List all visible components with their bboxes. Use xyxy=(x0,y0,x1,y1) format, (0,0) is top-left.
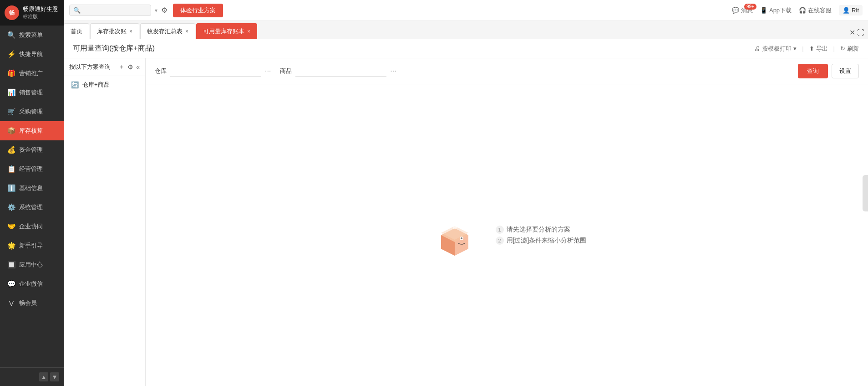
goods-dots[interactable]: ··· xyxy=(390,67,396,75)
sidebar-item-inventory[interactable]: 📦 库存核算 xyxy=(0,121,64,140)
query-button[interactable]: 查询 xyxy=(798,64,828,78)
tab-collect-summary[interactable]: 收发存汇总表 × xyxy=(140,23,195,39)
add-scheme-button[interactable]: ＋ xyxy=(118,63,125,71)
topbar-chevron-icon[interactable]: ▾ xyxy=(155,7,157,14)
export-icon: ⬆ xyxy=(809,45,814,52)
scheme-label: 按以下方案查询 xyxy=(69,63,111,71)
scheme-item-warehouse-goods[interactable]: 🔄 仓库+商品 xyxy=(64,76,145,93)
warehouse-dots[interactable]: ··· xyxy=(265,67,271,75)
tab-batch-account-close[interactable]: × xyxy=(129,28,132,35)
tab-batch-account-label: 库存批次账 xyxy=(97,27,127,36)
left-panel: 按以下方案查询 ＋ ⚙ « 🔄 仓库+商品 xyxy=(64,58,146,386)
tab-collect-summary-close[interactable]: × xyxy=(185,28,188,35)
tab-batch-account[interactable]: 库存批次账 × xyxy=(90,23,139,39)
finance-icon: 💰 xyxy=(7,146,15,154)
sidebar-item-quick-nav[interactable]: ⚡ 快捷导航 xyxy=(0,45,64,64)
app-center-icon: 🔲 xyxy=(7,261,15,269)
scheme-item-icon: 🔄 xyxy=(71,81,79,88)
sidebar-item-finance[interactable]: 💰 资金管理 xyxy=(0,140,64,160)
hint-text-2: 用[过滤]条件来缩小分析范围 xyxy=(507,237,587,245)
tabs-bar: 首页 库存批次账 × 收发存汇总表 × 可用量库存账本 × ✕ ⛶ xyxy=(64,21,868,39)
sidebar-item-app-center[interactable]: 🔲 应用中心 xyxy=(0,255,64,274)
inventory-icon: 📦 xyxy=(7,127,15,135)
onboarding-icon: 🌟 xyxy=(7,242,15,250)
divider-1: | xyxy=(802,45,803,52)
right-panel: 仓库 ··· 商品 ··· 查询 设置 xyxy=(146,58,868,386)
sidebar-scroll-down[interactable]: ▼ xyxy=(50,372,59,381)
divider-2: | xyxy=(833,45,835,52)
marketing-icon: 🎁 xyxy=(7,69,15,77)
filter-bar: 仓库 ··· 商品 ··· 查询 设置 xyxy=(146,58,868,84)
wechat-icon: 💬 xyxy=(7,280,15,288)
sidebar-item-wechat[interactable]: 💬 企业微信 xyxy=(0,274,64,293)
message-icon: 💬 xyxy=(732,7,739,14)
main: 🔍 ▾ ⚙ 体验行业方案 💬 消息 99+ 📱 App下载 🎧 在线客服 👤 R xyxy=(64,0,868,386)
hint-text-1: 请先选择要分析的方案 xyxy=(507,226,570,234)
sidebar-item-search[interactable]: 🔍 搜索菜单 xyxy=(0,26,64,45)
empty-illustration xyxy=(427,208,482,262)
refresh-button[interactable]: ↻ 刷新 xyxy=(840,45,859,53)
tabs-actions: ✕ ⛶ xyxy=(849,28,868,39)
print-icon: 🖨 xyxy=(754,45,760,52)
settings-scheme-button[interactable]: ⚙ xyxy=(127,63,133,71)
sidebar-item-enterprise[interactable]: 🤝 企业协同 xyxy=(0,217,64,236)
sidebar-item-system[interactable]: ⚙️ 系统管理 xyxy=(0,198,64,217)
print-template-button[interactable]: 🖨 按模板打印 ▾ xyxy=(754,45,797,53)
page-header: 可用量查询(按仓库+商品) 🖨 按模板打印 ▾ | ⬆ 导出 | ↻ 刷新 xyxy=(64,39,868,58)
collapse-panel-button[interactable]: « xyxy=(136,63,140,71)
operations-icon: 📋 xyxy=(7,165,15,173)
topbar-right: 💬 消息 99+ 📱 App下载 🎧 在线客服 👤 Rit xyxy=(732,5,863,15)
settings-button[interactable]: 设置 xyxy=(832,64,859,78)
topbar-user-btn[interactable]: 👤 Rit xyxy=(839,5,863,15)
app-label: App下载 xyxy=(769,6,792,15)
sidebar-scroll: 🔍 搜索菜单 ⚡ 快捷导航 🎁 营销推广 📊 销售管理 🛒 采购管理 📦 库存核… xyxy=(0,26,64,367)
goods-label: 商品 xyxy=(280,67,292,75)
sidebar-title: 畅康通好生意 xyxy=(23,5,58,13)
topbar-gear-icon[interactable]: ⚙ xyxy=(161,6,168,15)
hint-num-2: 2 xyxy=(496,237,504,245)
service-label: 在线客服 xyxy=(808,6,832,15)
tab-expand-action[interactable]: ⛶ xyxy=(857,29,864,37)
sidebar-item-basic-info[interactable]: ℹ️ 基础信息 xyxy=(0,179,64,198)
topbar-message-btn[interactable]: 💬 消息 99+ xyxy=(732,6,753,15)
sidebar-item-onboarding[interactable]: 🌟 新手引导 xyxy=(0,236,64,255)
sidebar: 畅 畅康通好生意 标准版 🔍 搜索菜单 ⚡ 快捷导航 🎁 营销推广 📊 销售管理… xyxy=(0,0,64,386)
sidebar-item-member[interactable]: V 畅会员 xyxy=(0,293,64,313)
content-area: 按以下方案查询 ＋ ⚙ « 🔄 仓库+商品 仓库 ··· xyxy=(64,58,868,386)
sidebar-subtitle: 标准版 xyxy=(23,13,58,20)
tab-available-ledger[interactable]: 可用量库存账本 × xyxy=(196,23,257,39)
tab-available-ledger-close[interactable]: × xyxy=(247,28,250,35)
search-icon: 🔍 xyxy=(7,31,15,39)
page-title: 可用量查询(按仓库+商品) xyxy=(73,44,155,53)
sidebar-item-purchase[interactable]: 🛒 采购管理 xyxy=(0,102,64,121)
system-icon: ⚙️ xyxy=(7,203,15,211)
quick-nav-icon: ⚡ xyxy=(7,50,15,58)
tab-collect-summary-label: 收发存汇总表 xyxy=(147,27,183,36)
goods-input[interactable] xyxy=(295,66,386,77)
hint-num-1: 1 xyxy=(496,226,504,234)
topbar-search-icon: 🔍 xyxy=(73,7,81,14)
refresh-icon: ↻ xyxy=(840,45,845,52)
user-icon: 👤 xyxy=(843,7,850,14)
trial-industry-button[interactable]: 体验行业方案 xyxy=(173,4,223,17)
sidebar-item-sales[interactable]: 📊 销售管理 xyxy=(0,83,64,102)
sidebar-item-operations[interactable]: 📋 经营管理 xyxy=(0,160,64,179)
left-panel-actions: ＋ ⚙ « xyxy=(118,63,140,71)
export-button[interactable]: ⬆ 导出 xyxy=(809,45,828,53)
page-actions: 🖨 按模板打印 ▾ | ⬆ 导出 | ↻ 刷新 xyxy=(754,45,859,53)
topbar-customer-service-btn[interactable]: 🎧 在线客服 xyxy=(799,6,832,15)
sidebar-item-marketing[interactable]: 🎁 营销推广 xyxy=(0,64,64,83)
sidebar-scroll-up[interactable]: ▲ xyxy=(39,372,48,381)
tab-available-ledger-label: 可用量库存账本 xyxy=(203,27,244,36)
purchase-icon: 🛒 xyxy=(7,108,15,116)
scheme-item-label: 仓库+商品 xyxy=(82,81,110,89)
topbar-search-container: 🔍 xyxy=(69,5,151,16)
tab-home[interactable]: 首页 xyxy=(64,23,89,39)
basic-info-icon: ℹ️ xyxy=(7,184,15,192)
right-scroll-handle[interactable] xyxy=(863,175,868,211)
topbar-search-input[interactable] xyxy=(82,7,137,14)
warehouse-input[interactable] xyxy=(170,66,261,77)
sidebar-logo: 畅 xyxy=(5,5,19,20)
topbar-app-download-btn[interactable]: 📱 App下载 xyxy=(760,6,792,15)
tab-close-action[interactable]: ✕ xyxy=(849,28,855,37)
